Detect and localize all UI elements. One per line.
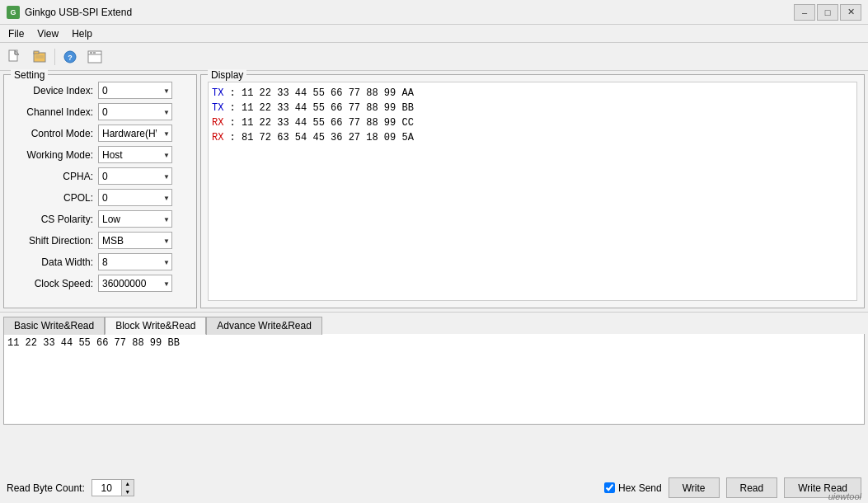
read-button[interactable]: Read [726, 477, 778, 498]
channel-index-row: Channel Index: 0 [11, 103, 190, 120]
display-line-1: TX : 11 22 33 44 55 66 77 88 99 BB [212, 101, 853, 115]
spinbox-down-button[interactable]: ▼ [122, 488, 134, 496]
cpol-select-wrapper: 0 [98, 189, 172, 206]
control-mode-label: Control Mode: [11, 128, 93, 139]
display-area[interactable]: TX : 11 22 33 44 55 66 77 88 99 AA TX : … [208, 82, 857, 301]
hex-send-wrapper: Hex Send [604, 482, 662, 494]
display-panel: Display TX : 11 22 33 44 55 66 77 88 99 … [200, 74, 865, 308]
device-index-row: Device Index: 0 [11, 82, 190, 99]
write-button[interactable]: Write [669, 477, 720, 498]
read-byte-count-label: Read Byte Count: [7, 482, 85, 494]
display-line-2: RX : 11 22 33 44 55 66 77 88 99 CC [212, 115, 853, 130]
open-icon [32, 49, 47, 64]
channel-index-select-wrapper: 0 [98, 103, 172, 120]
data-width-select-wrapper: 8 [98, 253, 172, 270]
toolbar: ? [0, 43, 868, 71]
minimize-button[interactable]: – [794, 4, 815, 21]
settings-icon [87, 49, 102, 64]
menu-view[interactable]: View [30, 26, 65, 41]
display-line-0: TX : 11 22 33 44 55 66 77 88 99 AA [212, 86, 853, 101]
rx-label-0: RX [212, 117, 223, 129]
tab-basic-write-read[interactable]: Basic Write&Read [3, 317, 105, 335]
shift-direction-select-wrapper: MSB [98, 232, 172, 249]
rx-label-1: RX [212, 132, 223, 143]
display-line-3: RX : 81 72 63 54 45 36 27 18 09 5A [212, 130, 853, 145]
cpol-row: CPOL: 0 [11, 189, 190, 206]
tabs-area: Basic Write&Read Block Write&Read Advanc… [0, 312, 868, 334]
clock-speed-row: Clock Speed: 36000000 [11, 275, 190, 292]
device-index-select-wrapper: 0 [98, 82, 172, 99]
cs-polarity-select[interactable]: Low [98, 210, 172, 228]
read-byte-count-spinbox: ▲ ▼ [91, 479, 134, 496]
working-mode-label: Working Mode: [11, 149, 93, 161]
setting-legend: Setting [11, 69, 48, 81]
toolbar-open-button[interactable] [28, 46, 51, 68]
hex-send-label: Hex Send [618, 482, 662, 494]
menu-help[interactable]: Help [65, 26, 99, 41]
maximize-button[interactable]: □ [817, 4, 838, 21]
svg-rect-12 [90, 52, 92, 54]
title-bar: G Ginkgo USB-SPI Extend – □ ✕ [0, 0, 868, 25]
tx-label-1: TX [212, 102, 223, 114]
content-wrapper: Setting Device Index: 0 Channel Index: 0 [0, 71, 868, 503]
toolbar-new-button[interactable] [3, 46, 26, 68]
tx-label-0: TX [212, 87, 223, 99]
shift-direction-select[interactable]: MSB [98, 232, 172, 249]
control-mode-select[interactable]: Hardware(HW) [98, 125, 172, 142]
working-mode-select[interactable]: Host [98, 146, 172, 163]
toolbar-help-button[interactable]: ? [59, 46, 82, 68]
data-width-label: Data Width: [11, 256, 93, 268]
window-controls: – □ ✕ [794, 4, 861, 21]
setting-panel: Setting Device Index: 0 Channel Index: 0 [3, 74, 197, 308]
cs-polarity-label: CS Polarity: [11, 214, 93, 225]
clock-speed-label: Clock Speed: [11, 278, 93, 289]
control-mode-row: Control Mode: Hardware(HW) [11, 125, 190, 142]
bottom-bar: Read Byte Count: ▲ ▼ Hex Send Write Read… [0, 472, 868, 503]
clock-speed-select[interactable]: 36000000 [98, 275, 172, 292]
tab-block-write-read[interactable]: Block Write&Read [105, 317, 206, 335]
working-mode-row: Working Mode: Host [11, 146, 190, 163]
cpha-row: CPHA: 0 [11, 167, 190, 185]
app-icon: G [7, 6, 20, 19]
shift-direction-label: Shift Direction: [11, 235, 93, 247]
cpol-select[interactable]: 0 [98, 189, 172, 206]
help-icon: ? [63, 49, 77, 64]
data-width-select[interactable]: 8 [98, 253, 172, 270]
display-legend: Display [208, 69, 246, 81]
write-read-area[interactable] [3, 334, 865, 425]
menu-file[interactable]: File [2, 26, 30, 41]
watermark: uiewtool [828, 491, 861, 501]
svg-rect-4 [34, 53, 45, 62]
app-title: Ginkgo USB-SPI Extend [25, 7, 794, 18]
cpha-select[interactable]: 0 [98, 167, 172, 185]
close-button[interactable]: ✕ [840, 4, 861, 21]
svg-text:?: ? [68, 54, 73, 62]
channel-index-label: Channel Index: [11, 106, 93, 118]
hex-send-checkbox[interactable] [604, 482, 615, 493]
tab-advance-write-read[interactable]: Advance Write&Read [206, 317, 322, 335]
svg-rect-13 [93, 52, 96, 54]
write-read-textarea[interactable] [7, 337, 861, 421]
cpha-select-wrapper: 0 [98, 167, 172, 185]
clock-speed-select-wrapper: 36000000 [98, 275, 172, 292]
new-icon [7, 49, 22, 64]
working-mode-select-wrapper: Host [98, 146, 172, 163]
cs-polarity-select-wrapper: Low [98, 210, 172, 228]
data-width-row: Data Width: 8 [11, 253, 190, 270]
tabs-container: Basic Write&Read Block Write&Read Advanc… [3, 316, 865, 334]
spinbox-up-button[interactable]: ▲ [122, 480, 134, 488]
cpol-label: CPOL: [11, 192, 93, 204]
channel-index-select[interactable]: 0 [98, 103, 172, 120]
device-index-label: Device Index: [11, 85, 93, 96]
read-byte-count-input[interactable] [91, 479, 121, 496]
toolbar-separator [54, 49, 55, 65]
svg-rect-5 [34, 51, 39, 54]
spinbox-arrows: ▲ ▼ [121, 479, 134, 496]
cs-polarity-row: CS Polarity: Low [11, 210, 190, 228]
main-content: Setting Device Index: 0 Channel Index: 0 [0, 71, 868, 312]
shift-direction-row: Shift Direction: MSB [11, 232, 190, 249]
cpha-label: CPHA: [11, 171, 93, 182]
menu-bar: File View Help [0, 25, 868, 43]
device-index-select[interactable]: 0 [98, 82, 172, 99]
toolbar-settings-button[interactable] [83, 46, 106, 68]
